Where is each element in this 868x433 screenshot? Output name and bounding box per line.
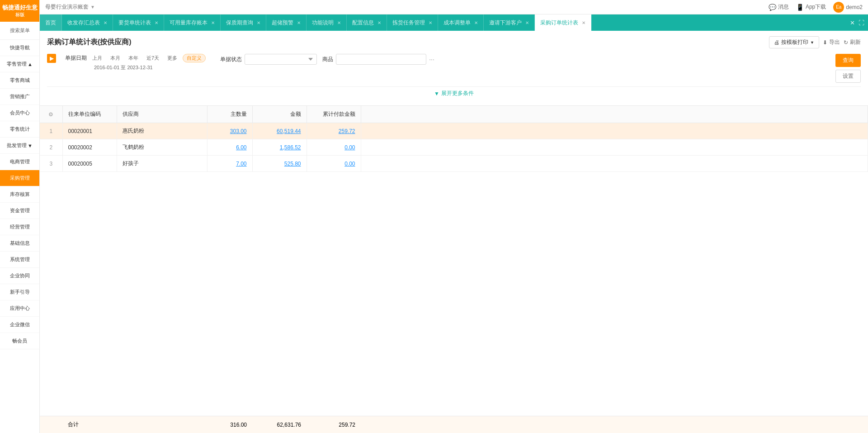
- tab-yaoqing[interactable]: 邀请下游客户 ✕: [484, 14, 535, 31]
- amount-link[interactable]: 525.80: [284, 161, 301, 167]
- summary-row: 合计 316.00 62,631.76 259.72: [40, 421, 868, 428]
- shortcut-7days[interactable]: 近7天: [144, 54, 162, 62]
- sidebar-item-inventory[interactable]: 库存核算: [0, 186, 39, 203]
- tab-gongneng[interactable]: 功能说明 ✕: [307, 14, 347, 31]
- tab-label: 成本调整单: [443, 19, 471, 27]
- goods-label: 商品: [322, 56, 333, 63]
- paid-link[interactable]: 0.00: [344, 161, 355, 167]
- sidebar-item-finance[interactable]: 资金管理: [0, 203, 39, 219]
- sidebar-item-sys-mgmt[interactable]: 系统管理: [0, 252, 39, 268]
- maximize-icon[interactable]: ⛶: [859, 19, 864, 26]
- expand-more-button[interactable]: ▼ 展开更多条件: [47, 86, 861, 100]
- tab-close-icon[interactable]: ✕: [377, 20, 381, 25]
- page-action-buttons: 🖨 按模板打印 ▼ ⬇ 导出 ↻ 刷新: [769, 36, 861, 48]
- sidebar-item-purchase-mgmt[interactable]: 采购管理: [0, 170, 39, 186]
- more-options-icon[interactable]: ···: [429, 56, 434, 63]
- shortcut-last-month[interactable]: 上月: [90, 54, 105, 62]
- tab-close-icon[interactable]: ✕: [474, 20, 478, 25]
- tab-shoufahuizong[interactable]: 收发存汇总表 ✕: [62, 14, 113, 31]
- paid-link[interactable]: 259.72: [339, 128, 355, 134]
- sidebar-item-marketing[interactable]: 营销推广: [0, 89, 39, 105]
- status-select[interactable]: [245, 54, 317, 65]
- tab-yaohuodanjstat[interactable]: 要货单统计表 ✕: [113, 14, 164, 31]
- tab-close-icon[interactable]: ✕: [525, 20, 529, 25]
- tab-close-icon[interactable]: ✕: [337, 20, 341, 25]
- summary-empty-1: [40, 421, 62, 428]
- sidebar-item-label: 新手引导: [10, 289, 30, 295]
- tab-peizhi[interactable]: 配置信息 ✕: [347, 14, 387, 31]
- tab-close-icon[interactable]: ✕: [104, 20, 107, 25]
- tab-caigoudandstat[interactable]: 采购订单统计表 ✕: [535, 14, 591, 31]
- sidebar-item-app-center[interactable]: 应用中心: [0, 300, 39, 317]
- app-download-button[interactable]: 📱 App下载: [796, 3, 826, 11]
- template-print-button[interactable]: 🖨 按模板打印 ▼: [769, 36, 819, 48]
- gear-icon[interactable]: ⚙: [48, 111, 53, 118]
- status-filter: 单据状态: [220, 54, 317, 65]
- row-supplier: 飞鹤奶粉: [117, 139, 207, 156]
- sidebar-item-member[interactable]: 会员中心: [0, 105, 39, 121]
- tab-chengbentiaozhen[interactable]: 成本调整单 ✕: [438, 14, 484, 31]
- sidebar-item-newbie[interactable]: 新手引导: [0, 284, 39, 300]
- sidebar-item-label: 电商管理: [10, 158, 30, 165]
- tab-peihuorenwu[interactable]: 拣货任务管理 ✕: [387, 14, 438, 31]
- tab-close-active-icon[interactable]: ✕: [582, 20, 585, 25]
- col-extra-header: [361, 106, 868, 123]
- sidebar-item-retail-mgmt[interactable]: 零售管理 ▲: [0, 56, 39, 72]
- row-extra: [361, 156, 868, 172]
- tab-close-icon[interactable]: ✕: [211, 20, 215, 25]
- shortcut-this-year[interactable]: 本年: [126, 54, 141, 62]
- sidebar-item-retail-shop[interactable]: 零售商城: [0, 72, 39, 89]
- action-buttons: 查询 设置: [835, 54, 861, 83]
- goods-input[interactable]: [336, 54, 426, 65]
- row-code: 00020005: [62, 156, 117, 172]
- shortcut-more[interactable]: 更多: [165, 54, 180, 62]
- tab-close-icon[interactable]: ✕: [155, 20, 158, 25]
- page-content: 采购订单统计表(按供应商) 🖨 按模板打印 ▼ ⬇ 导出 ↻ 刷新: [40, 31, 868, 433]
- tab-close-icon[interactable]: ✕: [429, 20, 432, 25]
- refresh-button[interactable]: ↻ 刷新: [844, 38, 861, 46]
- tab-keyongliang[interactable]: 可用量库存账本 ✕: [164, 14, 221, 31]
- sidebar-item-basic-info[interactable]: 基础信息: [0, 235, 39, 252]
- export-button[interactable]: ⬇ 导出: [823, 38, 840, 46]
- tab-close-icon[interactable]: ✕: [257, 20, 260, 25]
- sidebar-item-label: 采购管理: [10, 175, 30, 181]
- table-row[interactable]: 3 00020005 好孩子 7.00 525.80 0.00: [40, 156, 868, 172]
- tab-chaochuyujing[interactable]: 超储预警 ✕: [266, 14, 307, 31]
- sidebar-item-enterprise-wechat[interactable]: 企业微信: [0, 317, 39, 333]
- row-paid: 0.00: [307, 156, 361, 172]
- qty-link[interactable]: 6.00: [236, 144, 246, 151]
- sidebar-item-enterprise[interactable]: 企业协同: [0, 268, 39, 284]
- shortcut-this-month[interactable]: 本月: [108, 54, 123, 62]
- message-button[interactable]: 💬 消息: [769, 3, 789, 11]
- sidebar-item-vip[interactable]: 畅会员: [0, 333, 39, 349]
- settings-button[interactable]: 设置: [835, 70, 861, 83]
- custom-date-badge[interactable]: 自定义: [183, 54, 206, 62]
- amount-link[interactable]: 60,519.44: [277, 128, 301, 134]
- filter-main-row: ▶ 单据日期 上月 本月 本年 近7天 更多 自定义 2016-01-01 至: [47, 54, 861, 83]
- sidebar-item-ops-mgmt[interactable]: 经营管理: [0, 219, 39, 235]
- sidebar-item-batch-mgmt[interactable]: 批发管理 ▼: [0, 138, 39, 154]
- search-menu-button[interactable]: 搜索菜单: [3, 25, 37, 36]
- expand-arrow-button[interactable]: ▶: [47, 54, 56, 63]
- qty-link[interactable]: 7.00: [236, 161, 246, 167]
- tab-close-icon[interactable]: ✕: [297, 20, 301, 25]
- tab-baozhi[interactable]: 保质期查询 ✕: [221, 14, 266, 31]
- account-dropdown[interactable]: 母婴行业演示账套 ▼: [45, 3, 95, 11]
- sidebar-item-retail-stat[interactable]: 零售统计: [0, 121, 39, 138]
- user-profile[interactable]: Ea demo2: [833, 2, 863, 13]
- table-row[interactable]: 1 00020001 惠氏奶粉 303.00 60,519.44 259.72: [40, 123, 868, 139]
- table-row[interactable]: 2 00020002 飞鹤奶粉 6.00 1,586.52 0.00: [40, 139, 868, 156]
- sidebar-item-ecom-mgmt[interactable]: 电商管理: [0, 154, 39, 170]
- qty-link[interactable]: 303.00: [230, 128, 247, 134]
- paid-link[interactable]: 0.00: [344, 144, 355, 151]
- chevron-down-icon: ▼: [90, 5, 95, 10]
- query-button[interactable]: 查询: [835, 54, 861, 67]
- summary-paid: 259.72: [307, 421, 361, 428]
- expand-more-label: 展开更多条件: [441, 90, 474, 97]
- amount-link[interactable]: 1,586.52: [280, 144, 301, 151]
- app-label: App下载: [806, 3, 826, 11]
- sidebar-item-quick-nav[interactable]: 快捷导航: [0, 40, 39, 56]
- close-window-icon[interactable]: ✕: [850, 19, 855, 26]
- sidebar-item-label: 零售管理: [7, 61, 27, 67]
- tab-home[interactable]: 首页: [40, 14, 62, 31]
